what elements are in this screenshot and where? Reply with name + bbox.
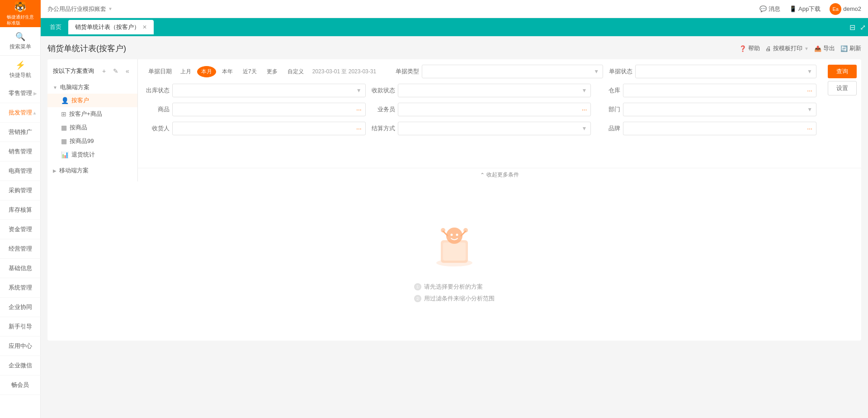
date-btn-custom[interactable]: 自定义 bbox=[283, 66, 308, 77]
scheme-panel-title: 按以下方案查询 bbox=[53, 67, 94, 75]
scheme-item-goods[interactable]: ▦ 按商品 bbox=[47, 121, 137, 134]
collapse-label: 收起更多条件 bbox=[486, 171, 519, 179]
settings-button[interactable]: 设置 bbox=[828, 81, 857, 95]
sidebar-item-inventory[interactable]: 库存核算 bbox=[0, 200, 41, 220]
avatar: Ea bbox=[830, 3, 841, 15]
date-btn-more[interactable]: 更多 bbox=[263, 66, 282, 77]
date-btn-last-month[interactable]: 上月 bbox=[176, 66, 195, 77]
tab-home[interactable]: 首页 bbox=[43, 20, 68, 34]
date-btn-this-month[interactable]: 本月 bbox=[197, 66, 216, 77]
tip-num-1: ① bbox=[414, 283, 421, 290]
scheme-group-desktop-header[interactable]: ▼ 电脑端方案 bbox=[47, 81, 137, 94]
payment-select[interactable]: ▼ bbox=[398, 122, 591, 135]
scheme-item-returns[interactable]: 📊 退货统计 bbox=[47, 148, 137, 162]
sidebar-item-ecommerce[interactable]: 电商管理 bbox=[0, 162, 41, 181]
warehouse-dots-icon: ··· bbox=[807, 87, 812, 94]
date-range-text: 2023-03-01 至 2023-03-31 bbox=[312, 68, 376, 76]
tab-sales-stats[interactable]: 销货单统计表（按客户） ✕ bbox=[68, 20, 154, 34]
app-download-btn[interactable]: 📱 App下载 bbox=[789, 5, 821, 13]
sidebar-item-system[interactable]: 系统管理 bbox=[0, 278, 41, 298]
print-btn[interactable]: 🖨 按模板打印 ▼ bbox=[765, 44, 809, 52]
grid-icon: ⊞ bbox=[61, 110, 66, 118]
inventory-label: 库存核算 bbox=[9, 206, 32, 214]
message-btn[interactable]: 💬 消息 bbox=[760, 5, 780, 13]
tab-close-icon[interactable]: ✕ bbox=[142, 24, 147, 30]
sidebar-item-newbie[interactable]: 新手引导 bbox=[0, 317, 41, 337]
page-header: 销货单统计表(按客户) ❓ 帮助 🖨 按模板打印 ▼ 📤 导出 🔄 刷新 bbox=[47, 43, 861, 54]
scheme-item-returns-label: 退货统计 bbox=[71, 151, 95, 159]
export-btn[interactable]: 📤 导出 bbox=[814, 44, 835, 52]
tab-fullscreen-icon[interactable]: ⤢ bbox=[860, 23, 866, 32]
scheme-group-mobile-header[interactable]: ▶ 移动端方案 bbox=[47, 164, 137, 177]
sidebar-item-sales[interactable]: 销售管理 bbox=[0, 142, 41, 162]
sidebar-item-marketing[interactable]: 营销推广 bbox=[0, 123, 41, 142]
sidebar-item-purchase[interactable]: 采购管理 bbox=[0, 181, 41, 200]
tab-expand-icon[interactable]: ⊟ bbox=[849, 23, 855, 32]
account-dropdown[interactable]: 办公用品行业模拟账套 ▼ bbox=[47, 5, 113, 13]
receiver-select[interactable]: ··· bbox=[172, 122, 366, 135]
search-label: 搜索菜单 bbox=[9, 43, 31, 51]
table2-icon: ▦ bbox=[61, 138, 67, 145]
date-btn-7days[interactable]: 近7天 bbox=[239, 66, 261, 77]
sidebar-logo[interactable]: 🐯 畅捷通好生意 标准版 bbox=[0, 0, 41, 27]
operation-label: 经营管理 bbox=[9, 245, 32, 253]
tab-home-label: 首页 bbox=[50, 23, 61, 31]
brand-field: 品牌 ··· bbox=[595, 122, 816, 135]
chart-icon: 📊 bbox=[61, 151, 69, 158]
pay-status-select[interactable]: ▼ bbox=[398, 84, 591, 97]
filter-row-2: 出库状态 ▼ 收款状态 bbox=[145, 84, 816, 97]
sidebar-item-finance[interactable]: 资金管理 bbox=[0, 220, 41, 239]
brand-select[interactable]: ··· bbox=[623, 122, 816, 135]
sidebar-item-basics[interactable]: 基础信息 bbox=[0, 259, 41, 278]
type-select[interactable]: ▼ bbox=[422, 65, 603, 78]
collapse-scheme-btn[interactable]: « bbox=[123, 66, 132, 76]
sidebar: 🐯 畅捷通好生意 标准版 🔍 搜索菜单 ⚡ 快捷导航 零售管理 ▶ 批发管理 ▲… bbox=[0, 0, 41, 418]
sidebar-item-wechat[interactable]: 企业微信 bbox=[0, 356, 41, 375]
sidebar-search-item[interactable]: 🔍 搜索菜单 bbox=[0, 27, 41, 56]
quick-nav-item[interactable]: ⚡ 快捷导航 bbox=[0, 56, 41, 84]
scheme-item-goods99[interactable]: ▦ 按商品99 bbox=[47, 134, 137, 148]
tip-text-1: 请先选择要分析的方案 bbox=[424, 281, 483, 293]
page-container: 销货单统计表(按客户) ❓ 帮助 🖨 按模板打印 ▼ 📤 导出 🔄 刷新 bbox=[41, 36, 868, 418]
help-btn[interactable]: ❓ 帮助 bbox=[739, 44, 760, 52]
goods-select[interactable]: ··· bbox=[172, 103, 366, 116]
out-status-select[interactable]: ▼ bbox=[172, 84, 366, 97]
page-actions: ❓ 帮助 🖨 按模板打印 ▼ 📤 导出 🔄 刷新 bbox=[739, 44, 861, 52]
dept-select[interactable]: ▼ bbox=[623, 103, 816, 116]
sidebar-item-appstore[interactable]: 应用中心 bbox=[0, 337, 41, 356]
sidebar-item-wholesale[interactable]: 批发管理 ▲ bbox=[0, 103, 41, 123]
scheme-panel: 按以下方案查询 + ✎ « ▼ 电脑端方案 bbox=[47, 59, 138, 181]
collapse-bar[interactable]: ⌃ 收起更多条件 bbox=[138, 168, 861, 181]
scheme-item-customer-goods[interactable]: ⊞ 按客户+商品 bbox=[47, 107, 137, 121]
date-btn-this-year[interactable]: 本年 bbox=[218, 66, 237, 77]
help-label: 帮助 bbox=[748, 44, 760, 52]
scheme-panel-header: 按以下方案查询 + ✎ « bbox=[47, 64, 137, 78]
staff-select[interactable]: ··· bbox=[398, 103, 591, 116]
warehouse-select[interactable]: ··· bbox=[623, 84, 816, 97]
date-bar: 上月 本月 本年 近7天 更多 自定义 2023-03-01 至 2023-03… bbox=[176, 66, 376, 77]
query-button[interactable]: 查询 bbox=[828, 65, 857, 78]
payment-chevron-icon: ▼ bbox=[581, 125, 587, 132]
message-icon: 💬 bbox=[760, 5, 767, 12]
scheme-panel-actions: + ✎ « bbox=[99, 66, 132, 76]
receiver-label: 收货人 bbox=[145, 124, 170, 133]
sidebar-item-collab[interactable]: 企业协同 bbox=[0, 298, 41, 317]
refresh-btn[interactable]: 🔄 刷新 bbox=[840, 44, 861, 52]
group-desktop-label: 电脑端方案 bbox=[60, 83, 90, 91]
print-icon: 🖨 bbox=[765, 45, 771, 52]
collapse-up-icon: ⌃ bbox=[480, 172, 485, 178]
action-buttons: 查询 设置 bbox=[823, 59, 861, 168]
type-chevron-icon: ▼ bbox=[594, 68, 599, 75]
user-menu[interactable]: Ea demo2 bbox=[830, 3, 861, 15]
sidebar-item-retail[interactable]: 零售管理 ▶ bbox=[0, 84, 41, 103]
scheme-item-customer[interactable]: 👤 按客户 bbox=[47, 94, 137, 107]
edit-scheme-btn[interactable]: ✎ bbox=[111, 66, 120, 76]
type-filter-field: 单据类型 ▼ bbox=[394, 65, 603, 78]
sidebar-item-member[interactable]: 畅会员 bbox=[0, 375, 41, 395]
status-select[interactable]: ▼ bbox=[635, 65, 816, 78]
dropdown-icon: ▼ bbox=[108, 6, 113, 11]
sidebar-item-operation[interactable]: 经营管理 bbox=[0, 239, 41, 259]
svg-point-4 bbox=[451, 234, 453, 236]
logo-icon: 🐯 bbox=[14, 1, 26, 13]
add-scheme-btn[interactable]: + bbox=[99, 66, 108, 76]
